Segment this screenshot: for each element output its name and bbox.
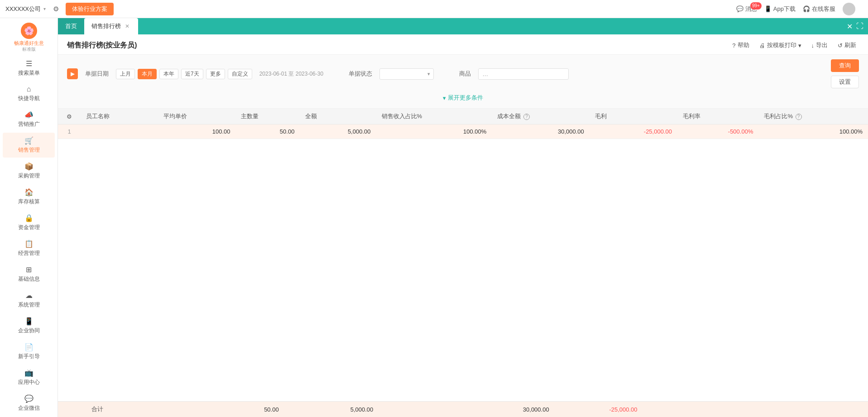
sidebar-item-shortcut[interactable]: ⌂ 快捷导航: [3, 81, 55, 106]
status-filter-label: 单据状态: [349, 70, 372, 78]
sidebar-item-finance[interactable]: 🔒 资金管理: [3, 210, 55, 235]
sidebar-item-basics[interactable]: ⊞ 基础信息: [3, 262, 55, 287]
tab-bar: 首页 销售排行榜 ✕ ✕ ⛶: [58, 18, 868, 34]
purchase-icon: 📦: [24, 162, 34, 171]
sales-icon: 🛒: [24, 136, 34, 145]
sidebar-item-system[interactable]: ☁ 系统管理: [3, 288, 55, 312]
filter-collapse-button[interactable]: ▶: [67, 68, 78, 79]
page-actions: ? 帮助 🖨 按模板打印 ▾ ↓ 导出 ↺ 刷新: [729, 40, 859, 51]
avatar[interactable]: [843, 3, 855, 15]
app-download-button[interactable]: 📱 App下载: [764, 5, 796, 13]
col-sales-pct: 销售收入占比%: [376, 109, 492, 125]
refresh-label: 刷新: [844, 41, 856, 49]
sidebar-label-finance: 资金管理: [18, 224, 40, 231]
sidebar-item-collab[interactable]: 📱 企业协同: [3, 313, 55, 338]
settings-button[interactable]: 设置: [831, 76, 859, 88]
help-label: 帮助: [738, 41, 749, 49]
table-container: ⚙ 员工名称 平均单价 主数量 全额 销售收入占比% 成本全额 ? 毛利 毛利率: [58, 109, 868, 401]
date-btn-more[interactable]: 更多: [206, 69, 225, 79]
message-button[interactable]: 💬 消息 99+: [736, 5, 757, 13]
product-input[interactable]: …: [478, 68, 569, 80]
operation-icon: 📋: [24, 240, 34, 248]
sidebar-item-sales[interactable]: 🛒 销售管理: [3, 133, 55, 158]
tab-fullscreen-icon[interactable]: ⛶: [856, 22, 863, 30]
footer-qty: 50.00: [259, 406, 345, 413]
footer-amount: 5,000.00: [345, 406, 432, 413]
sidebar-item-purchase[interactable]: 📦 采购管理: [3, 158, 55, 183]
marketing-icon: 📣: [24, 110, 34, 119]
date-btn-custom[interactable]: 自定义: [228, 69, 252, 79]
expand-label: 展开更多条件: [448, 94, 483, 102]
query-button[interactable]: 查询: [831, 59, 859, 72]
tab-home[interactable]: 首页: [58, 18, 84, 34]
sidebar-item-guide[interactable]: 📄 新手引导: [3, 339, 55, 364]
col-qty: 主数量: [235, 109, 300, 125]
tab-close-icon[interactable]: ✕: [124, 23, 131, 30]
sidebar-label-apps: 应用中心: [18, 379, 40, 386]
cell-avg-price: 100.00: [158, 125, 235, 139]
status-select[interactable]: [379, 68, 434, 80]
refresh-icon: ↺: [838, 42, 843, 49]
expand-more-button[interactable]: ▾ 展开更多条件: [439, 92, 487, 104]
footer-gross: -25,000.00: [604, 406, 690, 413]
cell-gross-pct: 100.00%: [758, 125, 868, 139]
service-label: 在线客服: [812, 5, 835, 13]
settings-icon[interactable]: ⚙: [49, 3, 62, 15]
sidebar-label-collab: 企业协同: [18, 327, 40, 335]
sidebar-item-search[interactable]: ☰ 搜索菜单: [3, 56, 55, 81]
sidebar-item-operation[interactable]: 📋 经营管理: [3, 236, 55, 261]
date-btn-7days[interactable]: 近7天: [181, 69, 203, 79]
gross-pct-info-icon[interactable]: ?: [796, 114, 802, 120]
sidebar-item-inventory[interactable]: 🏠 库存核算: [3, 184, 55, 209]
print-chevron-icon: ▾: [798, 42, 801, 49]
trial-button[interactable]: 体验行业方案: [66, 3, 114, 15]
guide-icon: 📄: [24, 343, 34, 351]
sidebar: 🌸 畅康通好生意 标准版 ☰ 搜索菜单 ⌂ 快捷导航 📣 营销推广 🛒 销售管理…: [0, 18, 58, 417]
tab-close-window-icon[interactable]: ✕: [847, 22, 853, 31]
sidebar-item-marketing[interactable]: 📣 营销推广: [3, 107, 55, 132]
logo-name: 畅康通好生意: [14, 40, 44, 46]
basics-icon: ⊞: [26, 265, 32, 274]
help-button[interactable]: ? 帮助: [729, 40, 752, 51]
sidebar-item-wechat[interactable]: 💬 企业微信: [3, 391, 55, 416]
company-selector[interactable]: XXXXXX公司 ▾: [5, 5, 46, 13]
finance-icon: 🔒: [24, 214, 34, 222]
message-badge: 99+: [750, 2, 762, 10]
cost-info-icon[interactable]: ?: [523, 114, 530, 120]
page-header: 销售排行榜(按业务员) ? 帮助 🖨 按模板打印 ▾ ↓ 导出: [58, 34, 868, 55]
sidebar-label-wechat: 企业微信: [18, 404, 40, 412]
export-button[interactable]: ↓ 导出: [809, 40, 831, 51]
export-icon: ↓: [811, 42, 815, 49]
date-btn-this-year[interactable]: 本年: [159, 69, 178, 79]
service-icon: 🎧: [803, 5, 810, 12]
content-area: 首页 销售排行榜 ✕ ✕ ⛶ 销售排行榜(按业务员) ? 帮助: [58, 18, 868, 417]
inventory-icon: 🏠: [24, 188, 34, 197]
sidebar-item-apps[interactable]: 📺 应用中心: [3, 365, 55, 390]
refresh-button[interactable]: ↺ 刷新: [835, 40, 859, 51]
col-settings[interactable]: ⚙: [58, 109, 81, 125]
sidebar-label-inventory: 库存核算: [18, 198, 40, 206]
top-bar: XXXXXX公司 ▾ ⚙ 体验行业方案 💬 消息 99+ 📱 App下载 🎧 在…: [0, 0, 868, 18]
col-avg-price: 平均单价: [158, 109, 235, 125]
sidebar-label-system: 系统管理: [18, 301, 40, 309]
help-icon: ?: [732, 42, 735, 49]
cell-sales-pct: 100.00%: [376, 125, 492, 139]
date-btn-last-month[interactable]: 上月: [116, 69, 135, 79]
apps-icon: 📺: [24, 369, 34, 377]
cell-rank: 1: [58, 125, 81, 139]
date-btn-this-month[interactable]: 本月: [138, 69, 157, 79]
sidebar-label-shortcut: 快捷导航: [18, 95, 40, 102]
sidebar-label-search: 搜索菜单: [18, 69, 40, 77]
main-layout: 🌸 畅康通好生意 标准版 ☰ 搜索菜单 ⌂ 快捷导航 📣 营销推广 🛒 销售管理…: [0, 18, 868, 417]
wechat-icon: 💬: [24, 394, 34, 403]
print-button[interactable]: 🖨 按模板打印 ▾: [757, 40, 804, 51]
online-service-button[interactable]: 🎧 在线客服: [803, 5, 835, 13]
col-name: 员工名称: [81, 109, 158, 125]
col-gross-pct: 毛利占比% ?: [758, 109, 868, 125]
sidebar-logo: 🌸 畅康通好生意 标准版: [0, 18, 58, 55]
col-amount: 全额: [300, 109, 376, 125]
expand-row: ▾ 展开更多条件: [67, 92, 859, 104]
status-select-wrapper: [379, 68, 434, 80]
tab-sales-rank[interactable]: 销售排行榜 ✕: [84, 18, 138, 34]
app-label: App下载: [773, 5, 796, 13]
